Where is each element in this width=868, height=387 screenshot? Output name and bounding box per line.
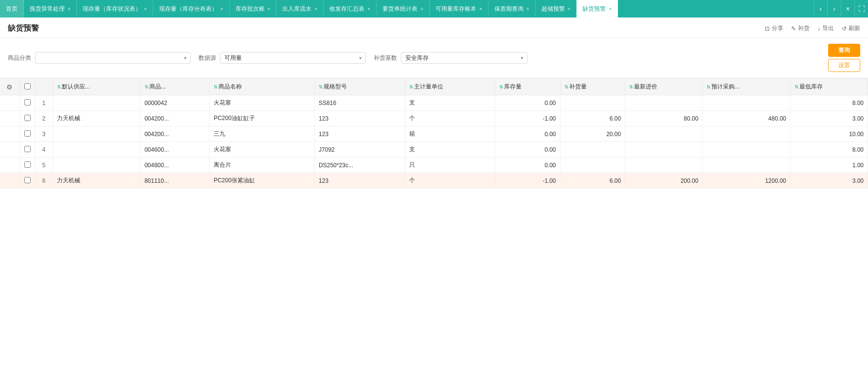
latest-price-column-header[interactable]: ⇅最新进价: [625, 79, 703, 95]
replenish-qty-column-header[interactable]: ⇅补货量: [560, 79, 625, 95]
datasource-label: 数据源: [199, 54, 216, 62]
min-stock-column-header[interactable]: ⇅最低库存: [790, 79, 868, 95]
tab-label: 库存批次账: [235, 5, 265, 13]
tab-label: 可用量库存账本: [435, 5, 476, 13]
tab-label: 现存量（库存状况表）: [83, 5, 141, 13]
tab-item-demand-stats[interactable]: 要货单统计表×: [377, 0, 430, 18]
spec-column-header[interactable]: ⇅规格型号: [315, 79, 405, 95]
replenish-basis-label: 补货基数: [374, 54, 397, 62]
settings-column-header[interactable]: ⚙: [0, 79, 19, 95]
row-product-code: 004600...: [140, 142, 209, 158]
row-estimated-purchase: 480.00: [703, 111, 790, 126]
stock-column-header[interactable]: ⇅库存量: [495, 79, 560, 95]
settings-button[interactable]: 设置: [828, 59, 860, 72]
product-code-column-header[interactable]: ⇅商品...: [140, 79, 209, 95]
stock-sort-icon: ⇅: [499, 84, 503, 89]
table-row: 3004200...三九123箱0.0020.0010.00: [0, 126, 868, 142]
row-checkbox[interactable]: [24, 177, 31, 183]
row-latest-price: [625, 142, 703, 158]
replenish-icon: ✎: [791, 25, 796, 32]
tab-item-expiry-query[interactable]: 保质期查询×: [488, 0, 536, 18]
tab-close-icon[interactable]: ×: [68, 6, 71, 12]
tab-close-icon[interactable]: ×: [268, 6, 271, 12]
window-close-button[interactable]: ×: [841, 0, 854, 18]
share-icon: ⊡: [765, 25, 770, 32]
tab-close-icon[interactable]: ×: [220, 6, 223, 12]
row-replenish-qty: 6.00: [560, 173, 625, 189]
row-index: 4: [35, 142, 53, 158]
filter-area: 商品分类 数据源 可用量 补货基数 安全库存: [0, 38, 868, 78]
tab-item-inventory-dist[interactable]: 现存量（库存分布表）×: [153, 0, 230, 18]
refresh-button[interactable]: ↺ 刷新: [842, 24, 860, 33]
query-button[interactable]: 查询: [828, 44, 860, 57]
replenish-basis-select[interactable]: 安全库存: [401, 52, 527, 64]
tab-item-batch-account[interactable]: 库存批次账×: [230, 0, 277, 18]
datasource-select-wrapper: 可用量: [220, 52, 366, 64]
code-sort-icon: ⇅: [145, 84, 148, 89]
tab-item-abnormal[interactable]: 拣货异常处理×: [24, 0, 77, 18]
tab-close-icon[interactable]: ×: [144, 6, 147, 12]
tab-item-inout-flow[interactable]: 出入库流水×: [276, 0, 324, 18]
tab-item-receive-summary[interactable]: 收发存汇总表×: [324, 0, 377, 18]
replenish-button[interactable]: ✎ 补货: [791, 24, 810, 33]
estimated-purchase-column-header[interactable]: ⇅预计采购...: [703, 79, 790, 95]
select-all-checkbox[interactable]: [24, 83, 31, 89]
tab-label: 要货单统计表: [382, 5, 417, 13]
export-icon: ↓: [817, 25, 820, 32]
tab-close-icon[interactable]: ×: [367, 6, 370, 12]
row-spec: DS250*23c...: [315, 158, 405, 173]
row-checkbox[interactable]: [24, 115, 31, 121]
datasource-select[interactable]: 可用量: [220, 52, 366, 64]
column-settings-icon[interactable]: ⚙: [6, 83, 13, 91]
row-spec: 123: [315, 126, 405, 142]
tab-item-home[interactable]: 首页: [0, 0, 24, 18]
row-supplier: 力天机械: [53, 173, 140, 189]
export-button[interactable]: ↓ 导出: [817, 24, 834, 33]
row-spec: 123: [315, 111, 405, 126]
tab-close-icon[interactable]: ×: [568, 6, 571, 12]
tab-item-overstock[interactable]: 超储预警×: [536, 0, 577, 18]
row-checkbox-cell: [19, 126, 35, 142]
tab-close-icon[interactable]: ×: [420, 6, 423, 12]
tab-item-available-ledger[interactable]: 可用量库存账本×: [430, 0, 488, 18]
share-button[interactable]: ⊡ 分享: [765, 24, 783, 33]
table-row: 5004800...离合片DS250*23c...只0.001.00: [0, 158, 868, 173]
tab-prev-button[interactable]: ‹: [814, 0, 827, 18]
row-unit: 支: [405, 95, 495, 111]
page-title: 缺货预警: [8, 23, 39, 34]
row-estimated-purchase: 1200.00: [703, 173, 790, 189]
tab-close-icon[interactable]: ×: [314, 6, 317, 12]
replenish-basis-select-wrapper: 安全库存: [401, 52, 527, 64]
tab-item-shortage[interactable]: 缺货预警×: [577, 0, 618, 18]
checkbox-column-header[interactable]: [19, 79, 35, 95]
row-latest-price: [625, 95, 703, 111]
row-product-name: PC200张紧油缸: [210, 173, 315, 189]
replenish-sort-icon: ⇅: [564, 84, 568, 89]
row-product-code: 004200...: [140, 126, 209, 142]
row-min-stock: 10.00: [790, 126, 868, 142]
tab-item-inventory-status[interactable]: 现存量（库存状况表）×: [77, 0, 153, 18]
tab-close-icon[interactable]: ×: [479, 6, 482, 12]
row-unit: 支: [405, 142, 495, 158]
tab-close-icon[interactable]: ×: [609, 6, 612, 12]
unit-column-header[interactable]: ⇅主计量单位: [405, 79, 495, 95]
tab-close-icon[interactable]: ×: [526, 6, 529, 12]
window-maximize-button[interactable]: ⛶: [854, 0, 868, 18]
category-select[interactable]: [35, 52, 191, 64]
row-latest-price: 80.00: [625, 111, 703, 126]
row-product-name: 火花塞: [210, 142, 315, 158]
row-stock: 0.00: [495, 142, 560, 158]
page-header: 缺货预警 ⊡ 分享 ✎ 补货 ↓ 导出 ↺ 刷新: [0, 18, 868, 38]
row-checkbox[interactable]: [24, 99, 31, 106]
row-supplier: 力天机械: [53, 111, 140, 126]
row-checkbox[interactable]: [24, 146, 31, 152]
row-estimated-purchase: [703, 142, 790, 158]
tab-label: 超储预警: [542, 5, 565, 13]
supplier-column-header[interactable]: ⇅默认供应...: [53, 79, 140, 95]
row-product-code: 004200...: [140, 111, 209, 126]
table-row: 6力天机械801110...PC200张紧油缸123个-1.006.00200.…: [0, 173, 868, 189]
row-checkbox[interactable]: [24, 161, 31, 168]
tab-next-button[interactable]: ›: [827, 0, 841, 18]
row-checkbox[interactable]: [24, 130, 31, 137]
product-name-column-header[interactable]: ⇅商品名称: [210, 79, 315, 95]
